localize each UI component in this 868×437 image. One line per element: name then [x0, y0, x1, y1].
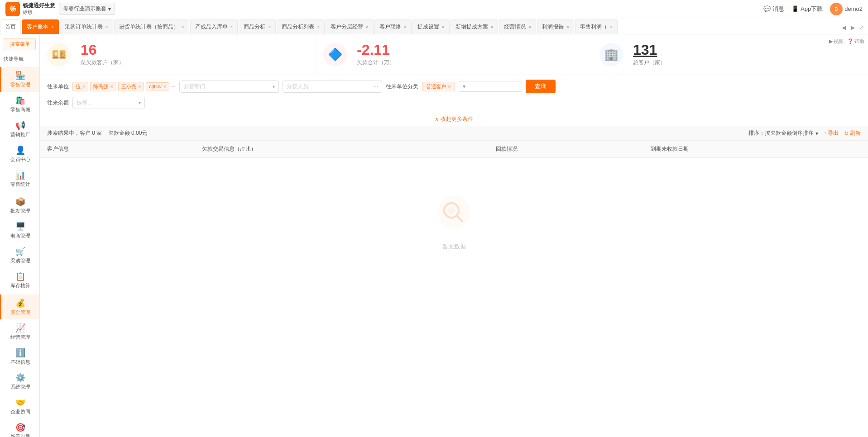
sidebar-item-inventory-check[interactable]: 📋 库存核算: [0, 268, 39, 293]
search-results-info: 搜索结果中，客户 0 家 欠款金额 0.00元: [47, 129, 147, 137]
close-tab-boost-settings[interactable]: ×: [442, 24, 445, 29]
close-tab-retail-profit[interactable]: ×: [610, 24, 613, 29]
sidebar-item-ecommerce-mgmt[interactable]: 🖥️ 电商管理: [0, 218, 39, 243]
sidebar-item-label: 资金管理: [10, 309, 30, 316]
remove-unit-tag-wu[interactable]: ×: [82, 84, 85, 89]
tab-product-inbound[interactable]: 产成品入库单 ×: [190, 19, 238, 34]
sidebar-item-finance-mgmt[interactable]: 💰 资金管理: [0, 294, 39, 319]
amount-placeholder: 选择...: [77, 99, 92, 107]
sidebar-item-enterprise-collab[interactable]: 🤝 企业协同: [0, 394, 39, 419]
tab-product-analysis-list[interactable]: 商品分析列表 ×: [277, 19, 325, 34]
close-tab-customer-book[interactable]: ×: [51, 24, 54, 29]
sidebar-item-retail-stats[interactable]: 📊 零售统计: [0, 166, 39, 191]
help-btn[interactable]: ❓ 帮助: [847, 38, 864, 45]
tab-customer-segment[interactable]: 客户分层经营 ×: [326, 19, 374, 34]
remove-unit-type-tag[interactable]: ×: [448, 84, 451, 89]
sidebar-item-retail-mgmt[interactable]: 🏪 零售管理: [0, 67, 39, 92]
unit-tag-chen: 陈民强 ×: [90, 82, 116, 91]
close-tab-purchase-order[interactable]: ×: [106, 24, 108, 29]
sidebar-item-new-user-guide[interactable]: 🎯 新手引导: [0, 419, 39, 437]
query-button[interactable]: 查询: [526, 80, 556, 93]
nav-next-btn[interactable]: ▶: [848, 21, 857, 34]
video-btn[interactable]: ▶ 视频: [829, 38, 844, 45]
tab-retail-profit[interactable]: 零售利润（ ×: [575, 19, 618, 34]
unit-type-tag-normal: 普通客户 ×: [422, 82, 455, 91]
tab-add-boost[interactable]: 新增提成方案 ×: [451, 19, 499, 34]
collapse-filter-btn[interactable]: ∧ 收起更多条件: [47, 113, 861, 126]
col-due-date: 到期未收款日期: [643, 141, 868, 158]
close-tab-product-analysis[interactable]: ×: [268, 24, 271, 29]
tab-customer-contact[interactable]: 客户联络 ×: [374, 19, 412, 34]
sidebar-item-label: 库存核算: [10, 282, 30, 289]
app-download-btn[interactable]: 📱 App下载: [791, 5, 823, 13]
retail-stats-icon: 📊: [15, 170, 25, 180]
tab-customer-book[interactable]: 客户账本 ×: [22, 19, 59, 34]
stat-bg-circle-3: 🏢: [599, 43, 623, 66]
tab-product-analysis[interactable]: 商品分析 ×: [239, 19, 276, 34]
close-tab-operations[interactable]: ×: [528, 24, 531, 29]
close-tab-add-boost[interactable]: ×: [491, 24, 494, 29]
sidebar-item-retail-store[interactable]: 🛍️ 零售商城: [0, 92, 39, 117]
search-results-actions: 排序：按欠款金额倒序排序 ▾ ↑ 导出 ↻ 刷新: [748, 129, 861, 137]
sort-select[interactable]: 排序：按欠款金额倒序排序 ▾: [748, 129, 818, 137]
person-filter-select[interactable]: 分管人员 ···: [283, 81, 382, 93]
collapse-up-icon: ∧: [435, 116, 439, 123]
close-tab-product-inbound[interactable]: ×: [230, 24, 233, 29]
sidebar-item-label: 会员中心: [10, 156, 30, 163]
tab-profit-report[interactable]: 利润报告 ×: [537, 19, 574, 34]
logo-area: 畅 畅捷通好生意 标版: [5, 2, 55, 16]
remove-unit-tag-cjttcw[interactable]: ×: [163, 84, 166, 89]
main-layout: 搜索菜单 快捷导航 🏪 零售管理 🛍️ 零售商城 📢 营销推广 👤 会员中心 📊…: [0, 34, 868, 437]
tab-purchase-order[interactable]: 采购订单统计表 ×: [60, 19, 113, 34]
stat-text-1: 16 总欠款客户（家）: [81, 43, 124, 66]
nav-expand-btn[interactable]: ⤢: [857, 21, 866, 34]
sidebar-item-member-center[interactable]: 👤 会员中心: [0, 142, 39, 166]
export-btn[interactable]: ↑ 导出: [824, 129, 839, 137]
quick-nav-label[interactable]: 快捷导航: [0, 54, 39, 65]
tab-home[interactable]: 首页: [0, 19, 21, 34]
user-menu[interactable]: D demo2: [830, 3, 863, 15]
remove-unit-tag-chen[interactable]: ×: [110, 84, 113, 89]
close-tab-customer-segment[interactable]: ×: [366, 24, 369, 29]
refresh-btn[interactable]: ↻ 刷新: [844, 129, 861, 137]
search-menu-btn[interactable]: 搜索菜单: [4, 38, 36, 50]
sidebar-item-system-mgmt[interactable]: ⚙️ 系统管理: [0, 369, 39, 394]
tab-operations[interactable]: 经营情况 ×: [499, 19, 536, 34]
amount-arrow-icon: ▾: [139, 100, 141, 105]
stat-label-customers: 总欠款客户（家）: [81, 59, 124, 66]
amount-filter-label: 往来余额: [47, 99, 69, 107]
unit-tag-wu: 伍 ×: [72, 82, 88, 91]
dept-filter-select[interactable]: 分管部门 ▾: [179, 81, 279, 93]
sidebar-item-label: 经营管理: [10, 334, 30, 341]
unit-type-filter-select[interactable]: ▾: [459, 81, 522, 92]
data-table-wrapper: 客户信息 欠款交易信息（占比） 回款情况 到期未收款日期: [40, 141, 868, 437]
close-tab-product-analysis-list[interactable]: ×: [317, 24, 320, 29]
sidebar-item-marketing[interactable]: 📢 营销推广: [0, 117, 39, 142]
close-tab-inbound-stats[interactable]: ×: [182, 24, 184, 29]
sidebar-item-label: 采购管理: [10, 257, 30, 264]
ecommerce-icon: 🖥️: [15, 222, 25, 232]
empty-text: 暂无数据: [442, 242, 466, 251]
avatar: D: [830, 3, 843, 15]
unit-type-dropdown-arrow: ▾: [463, 83, 465, 90]
message-btn[interactable]: 💬 消息: [763, 5, 784, 13]
stat-bg-circle-2: 🔷: [323, 43, 347, 66]
tab-inbound-stats[interactable]: 进货单统计表（按商品） ×: [114, 19, 189, 34]
col-customer-info: 客户信息: [40, 141, 195, 158]
stat-label-total-customers: 总客户（家）: [633, 59, 666, 66]
more-unit-tags[interactable]: ···: [171, 83, 176, 90]
close-tab-profit-report[interactable]: ×: [566, 24, 569, 29]
sidebar-item-wholesale-mgmt[interactable]: 📦 批发管理: [0, 193, 39, 218]
sidebar-item-operations-mgmt[interactable]: 📈 经营管理: [0, 319, 39, 344]
sidebar-item-basic-info[interactable]: ℹ️ 基础信息: [0, 344, 39, 369]
amount-filter-select[interactable]: 选择... ▾: [72, 97, 145, 109]
stat-value-total-customers: 131: [633, 43, 666, 57]
remove-unit-tag-wang[interactable]: ×: [138, 84, 141, 89]
account-selector[interactable]: 母婴行业演示账套 ▾: [59, 3, 115, 15]
tab-boost-settings[interactable]: 提成设置 ×: [412, 19, 450, 34]
sidebar-item-purchase-mgmt[interactable]: 🛒 采购管理: [0, 243, 39, 268]
search-results-bar: 搜索结果中，客户 0 家 欠款金额 0.00元 排序：按欠款金额倒序排序 ▾ ↑…: [40, 126, 868, 141]
close-tab-customer-contact[interactable]: ×: [404, 24, 407, 29]
nav-prev-btn[interactable]: ◀: [839, 21, 848, 34]
table-header-row: 客户信息 欠款交易信息（占比） 回款情况 到期未收款日期: [40, 141, 868, 158]
